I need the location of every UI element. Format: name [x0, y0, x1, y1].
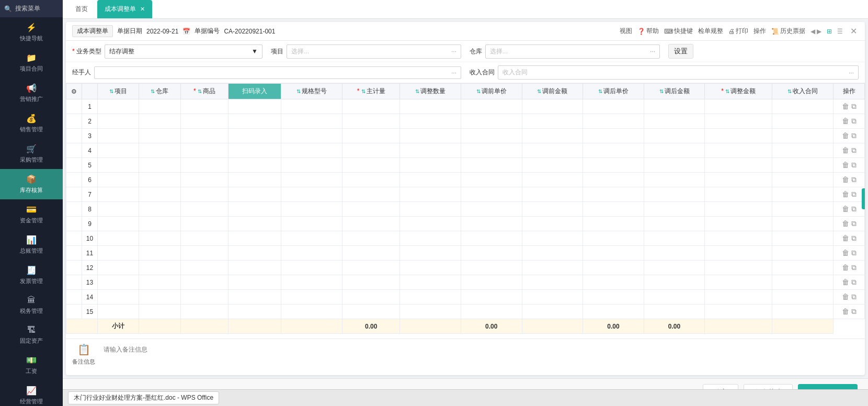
row-before-amount-15[interactable]: [522, 304, 583, 319]
row-warehouse-5[interactable]: [139, 158, 180, 173]
biz-type-input[interactable]: 结存调整 ▼: [105, 44, 262, 59]
row-project-10[interactable]: [98, 231, 139, 246]
row-before-amount-4[interactable]: [522, 143, 583, 158]
row-project-6[interactable]: [98, 173, 139, 187]
row-scan-8[interactable]: [229, 202, 281, 217]
row-adjust-amount-7[interactable]: [705, 187, 772, 202]
row-goods-9[interactable]: [180, 217, 229, 231]
row-unit-11[interactable]: [342, 246, 399, 261]
row-spec-15[interactable]: [281, 304, 342, 319]
handler-input[interactable]: ···: [94, 66, 461, 79]
sidebar-item-quick-nav[interactable]: ⚡快捷导航: [0, 17, 63, 48]
row-income-contract-1[interactable]: [772, 99, 833, 114]
row-warehouse-4[interactable]: [139, 143, 180, 158]
row-adjust-qty-10[interactable]: [400, 231, 461, 246]
calendar-icon[interactable]: 📅: [182, 28, 190, 35]
row-delete-icon-14[interactable]: 🗑: [842, 292, 849, 301]
row-warehouse-11[interactable]: [139, 246, 180, 261]
row-before-amount-10[interactable]: [522, 231, 583, 246]
row-income-contract-13[interactable]: [772, 275, 833, 290]
row-delete-icon-3[interactable]: 🗑: [842, 131, 849, 140]
row-adjust-amount-3[interactable]: [705, 129, 772, 143]
row-delete-icon-4[interactable]: 🗑: [842, 146, 849, 155]
row-project-2[interactable]: [98, 114, 139, 129]
row-adjust-amount-6[interactable]: [705, 173, 772, 187]
col-spec[interactable]: ⇅规格型号: [281, 84, 342, 99]
row-copy-icon-5[interactable]: ⧉: [851, 161, 856, 170]
row-scan-4[interactable]: [229, 143, 281, 158]
history-btn[interactable]: 📜 历史票据: [771, 27, 805, 36]
row-copy-icon-1[interactable]: ⧉: [851, 102, 856, 111]
row-after-amount-9[interactable]: [644, 217, 705, 231]
row-warehouse-3[interactable]: [139, 129, 180, 143]
row-goods-4[interactable]: [180, 143, 229, 158]
row-adjust-qty-8[interactable]: [400, 202, 461, 217]
row-delete-icon-8[interactable]: 🗑: [842, 205, 849, 213]
row-adjust-amount-12[interactable]: [705, 261, 772, 275]
row-unit-14[interactable]: [342, 290, 399, 304]
row-copy-icon-15[interactable]: ⧉: [851, 307, 856, 316]
taskbar-item[interactable]: 木门行业好业财处理方案-墨红红.doc - WPS Office: [68, 391, 219, 404]
row-before-price-4[interactable]: [461, 143, 522, 158]
row-after-price-8[interactable]: [583, 202, 644, 217]
row-income-contract-14[interactable]: [772, 290, 833, 304]
col-unit[interactable]: ⇅主计量: [342, 84, 399, 99]
row-copy-icon-3[interactable]: ⧉: [851, 131, 856, 140]
row-delete-icon-7[interactable]: 🗑: [842, 190, 849, 199]
row-adjust-qty-9[interactable]: [400, 217, 461, 231]
row-adjust-amount-2[interactable]: [705, 114, 772, 129]
row-adjust-amount-5[interactable]: [705, 158, 772, 173]
shortcut-btn[interactable]: ⌨ 快捷键: [664, 27, 693, 36]
row-after-price-14[interactable]: [583, 290, 644, 304]
row-project-7[interactable]: [98, 187, 139, 202]
row-goods-10[interactable]: [180, 231, 229, 246]
row-unit-3[interactable]: [342, 129, 399, 143]
row-goods-3[interactable]: [180, 129, 229, 143]
row-unit-5[interactable]: [342, 158, 399, 173]
row-before-amount-6[interactable]: [522, 173, 583, 187]
col-adjust-amount[interactable]: ⇅调整金额: [705, 84, 772, 99]
row-goods-11[interactable]: [180, 246, 229, 261]
row-delete-icon-11[interactable]: 🗑: [842, 249, 849, 257]
sidebar-search[interactable]: 🔍 搜索菜单: [0, 0, 63, 17]
col-goods[interactable]: ⇅商品: [180, 84, 229, 99]
sidebar-item-inventory-accounting[interactable]: 📦库存核算: [0, 169, 63, 199]
nav-prev-icon[interactable]: ◀: [810, 28, 815, 35]
row-income-contract-12[interactable]: [772, 261, 833, 275]
row-before-price-7[interactable]: [461, 187, 522, 202]
row-project-13[interactable]: [98, 275, 139, 290]
sidebar-item-payroll[interactable]: 💵工资: [0, 350, 63, 380]
row-unit-2[interactable]: [342, 114, 399, 129]
row-scan-11[interactable]: [229, 246, 281, 261]
row-delete-icon-13[interactable]: 🗑: [842, 278, 849, 287]
col-project[interactable]: ⇅项目: [98, 84, 139, 99]
row-after-amount-1[interactable]: [644, 99, 705, 114]
row-unit-6[interactable]: [342, 173, 399, 187]
row-spec-2[interactable]: [281, 114, 342, 129]
row-before-price-12[interactable]: [461, 261, 522, 275]
row-before-price-2[interactable]: [461, 114, 522, 129]
row-copy-icon-11[interactable]: ⧉: [851, 249, 856, 257]
row-project-5[interactable]: [98, 158, 139, 173]
row-scan-7[interactable]: [229, 187, 281, 202]
row-adjust-amount-1[interactable]: [705, 99, 772, 114]
row-project-9[interactable]: [98, 217, 139, 231]
row-copy-icon-8[interactable]: ⧉: [851, 205, 856, 213]
row-copy-icon-2[interactable]: ⧉: [851, 117, 856, 126]
row-adjust-qty-12[interactable]: [400, 261, 461, 275]
row-after-price-15[interactable]: [583, 304, 644, 319]
sidebar-item-fixed-assets[interactable]: 🏗固定资产: [0, 320, 63, 350]
row-before-price-10[interactable]: [461, 231, 522, 246]
row-adjust-qty-1[interactable]: [400, 99, 461, 114]
row-adjust-amount-13[interactable]: [705, 275, 772, 290]
row-delete-icon-2[interactable]: 🗑: [842, 117, 849, 126]
sidebar-item-capital-management[interactable]: 💳资金管理: [0, 199, 63, 230]
row-unit-12[interactable]: [342, 261, 399, 275]
row-before-price-3[interactable]: [461, 129, 522, 143]
row-warehouse-9[interactable]: [139, 217, 180, 231]
row-after-price-5[interactable]: [583, 158, 644, 173]
col-before-price[interactable]: ⇅调前单价: [461, 84, 522, 99]
row-spec-7[interactable]: [281, 187, 342, 202]
row-before-amount-1[interactable]: [522, 99, 583, 114]
row-project-8[interactable]: [98, 202, 139, 217]
